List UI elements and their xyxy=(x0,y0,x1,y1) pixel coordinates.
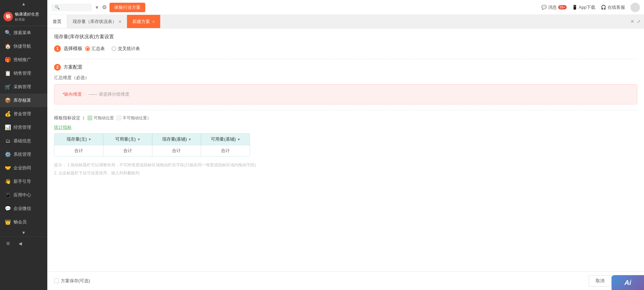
tabbar-expand: ✕ ⤢ xyxy=(627,19,644,24)
search-icon: 🔍 xyxy=(5,30,11,36)
topbar-left: 🔍 ▼ ⚙ 体验行业方案 xyxy=(51,3,538,12)
col4-chevron[interactable]: ▾ xyxy=(238,137,240,142)
radio-summary[interactable]: 汇总表 xyxy=(85,46,105,52)
sidebar-item-contract[interactable]: 🤝 企业协同 xyxy=(0,161,47,175)
sidebar-item-system[interactable]: ⚙️ 系统管理 xyxy=(0,148,47,161)
radio-summary-circle xyxy=(85,46,90,51)
gift-icon: 🎁 xyxy=(5,57,11,63)
dimension-required-asterisk: *纵向维度 xyxy=(63,91,82,97)
sidebar-item-sales[interactable]: 📋 销售管理 xyxy=(0,67,47,80)
settings-icon: ⚙️ xyxy=(5,151,11,158)
step2-title: 方案配置 xyxy=(64,64,82,70)
money-icon: 💰 xyxy=(5,111,11,117)
handshake-icon: 🤝 xyxy=(5,165,11,171)
online-service-button[interactable]: 🎧 在线客服 xyxy=(601,4,625,10)
radio-cross[interactable]: 交叉统计表 xyxy=(112,46,140,52)
tab-inventory-status[interactable]: 现存量（库存状况表） × xyxy=(67,15,127,28)
legend-non-draggable: 不可拖动位置） xyxy=(117,115,151,121)
stats-col1-data: 合计 xyxy=(54,145,103,156)
sidebar-logo: 畅 畅康通好生意 标准版 xyxy=(0,8,47,26)
col3-chevron[interactable]: ▾ xyxy=(189,137,191,142)
template-radio-group: 汇总表 交叉统计表 xyxy=(85,46,140,52)
topbar-search-bar[interactable]: 🔍 xyxy=(51,4,92,11)
sidebar-item-appcenter[interactable]: 📱 应用中心 xyxy=(0,188,47,202)
sidebar-item-quicknav[interactable]: 🏠 快捷导航 xyxy=(0,40,47,53)
info-icon: 🗂 xyxy=(5,138,11,144)
stats-data-row: 合计 合计 合计 合计 xyxy=(54,145,250,156)
sidebar-item-purchase[interactable]: 🛒 采购管理 xyxy=(0,80,47,94)
step2-header: 2 方案配置 xyxy=(54,64,637,71)
tab-close-new-plan[interactable]: × xyxy=(152,19,155,24)
tip-1: 提示： 1.拖动标题栏可以调整布局，不可跨维度或指标区域拖动栏目字段(只能在同一… xyxy=(54,161,637,169)
sidebar-item-marketing[interactable]: 🎁 营销推广 xyxy=(0,53,47,67)
tabbar: 首页 现存量（库存状况表） × 新建方案 × ✕ ⤢ xyxy=(47,15,644,28)
save-checkbox[interactable] xyxy=(54,279,59,283)
message-button[interactable]: 💬 消息 99+ xyxy=(541,4,567,10)
user-avatar[interactable] xyxy=(630,3,640,12)
sidebar-item-basicinfo[interactable]: 🗂 基础信息 xyxy=(0,134,47,148)
app-download-button[interactable]: 📱 App下载 xyxy=(572,4,595,10)
sidebar-item-newguide[interactable]: 👋 新手引导 xyxy=(0,175,47,188)
dimension-box[interactable]: *纵向维度 —— 请选择分组维度 xyxy=(54,84,637,104)
step2-num: 2 xyxy=(54,64,61,71)
step1-section: 1 选择模板 汇总表 交叉统计表 xyxy=(54,45,637,52)
col1-chevron[interactable]: ▾ xyxy=(89,137,91,142)
sidebar-item-inventory[interactable]: 📦 库存核算 xyxy=(0,94,47,107)
tip-2: 2. 点击标题栏下拉可设置排序、插入列和删除列 xyxy=(54,169,637,177)
collapse-icon[interactable]: ◀ xyxy=(17,240,24,247)
page-content: 现存量(库存状况表)方案设置 1 选择模板 汇总表 交叉统计表 xyxy=(47,28,644,271)
ai-badge[interactable]: Ai xyxy=(612,275,644,290)
stats-col3-header[interactable]: 现存量(基辅) ▾ xyxy=(152,134,201,145)
tab-close-inventory[interactable]: × xyxy=(119,19,121,24)
step-divider-2 xyxy=(54,110,637,110)
tips-section: 提示： 1.拖动标题栏可以调整布局，不可跨维度或指标区域拖动栏目字段(只能在同一… xyxy=(54,161,637,177)
cart-icon: 🛒 xyxy=(5,84,11,90)
sidebar-scroll-down[interactable]: ▼ xyxy=(0,229,47,237)
stats-col2-header[interactable]: 可用量(主) ▾ xyxy=(103,134,152,145)
crown-icon: 👑 xyxy=(5,219,11,225)
sidebar-item-weixin[interactable]: 💬 企业微信 xyxy=(0,202,47,215)
cancel-button[interactable]: 取消 xyxy=(589,275,612,287)
close-window-icon[interactable]: ✕ xyxy=(630,19,634,24)
legend-draggable: 可拖动位置 xyxy=(88,115,114,121)
message-badge: 99+ xyxy=(558,5,567,9)
industry-plan-button[interactable]: 体验行业方案 xyxy=(109,3,145,12)
topbar-dropdown-icon[interactable]: ▼ xyxy=(95,5,99,10)
sidebar-bottom: ⚙ ◀ xyxy=(0,237,47,250)
sidebar-item-operation[interactable]: 📊 经营管理 xyxy=(0,121,47,134)
step1-title: 选择模板 xyxy=(64,46,82,52)
stats-col2-data: 合计 xyxy=(103,145,152,156)
sidebar: ▲ 畅 畅康通好生意 标准版 🔍 搜索菜单 🏠 快捷导航 🎁 营销推广 📋 销售… xyxy=(0,0,47,290)
logo-text: 畅康通好生意 标准版 xyxy=(15,12,39,22)
draggable-legend-box xyxy=(88,116,92,120)
sidebar-scroll-up[interactable]: ▲ xyxy=(0,0,47,8)
home-icon: 🏠 xyxy=(5,43,11,49)
settings-bottom-icon[interactable]: ⚙ xyxy=(5,240,11,247)
stats-col1-header[interactable]: 现存量(主) ▾ xyxy=(54,134,103,145)
stats-col4-data: 合计 xyxy=(201,145,250,156)
col2-chevron[interactable]: ▾ xyxy=(138,137,140,142)
stats-col3-data: 合计 xyxy=(152,145,201,156)
metrics-settings-label: 模板指标设定（ 可拖动位置 不可拖动位置） xyxy=(54,115,637,121)
save-option[interactable]: 方案保存(可选) xyxy=(54,278,90,284)
topbar-right: 💬 消息 99+ 📱 App下载 🎧 在线客服 xyxy=(541,3,640,12)
stats-col4-header[interactable]: 可用量(基辅) ▾ xyxy=(201,134,250,145)
page-title: 现存量(库存状况表)方案设置 xyxy=(54,34,637,40)
guide-icon: 👋 xyxy=(5,178,11,185)
sidebar-item-search[interactable]: 🔍 搜索菜单 xyxy=(0,26,47,40)
step1-header: 1 选择模板 汇总表 交叉统计表 xyxy=(54,45,637,52)
step-divider-1 xyxy=(54,59,637,59)
sidebar-item-member[interactable]: 👑 畅会员 xyxy=(0,215,47,229)
chart-icon: 📊 xyxy=(5,124,11,130)
clipboard-icon: 📋 xyxy=(5,70,11,76)
logo-icon: 畅 xyxy=(3,12,13,21)
tab-new-plan[interactable]: 新建方案 × xyxy=(127,15,160,28)
topbar-settings-icon[interactable]: ⚙ xyxy=(102,4,107,10)
tab-home[interactable]: 首页 xyxy=(47,15,67,28)
wechat-icon: 💬 xyxy=(5,206,11,212)
app-icon: 📱 xyxy=(5,192,11,198)
expand-icon[interactable]: ⤢ xyxy=(637,19,641,24)
dimension-label: 汇总维度（必选） xyxy=(54,75,637,81)
sidebar-item-finance[interactable]: 💰 资金管理 xyxy=(0,107,47,121)
dimension-placeholder: —— 请选择分组维度 xyxy=(89,91,129,97)
